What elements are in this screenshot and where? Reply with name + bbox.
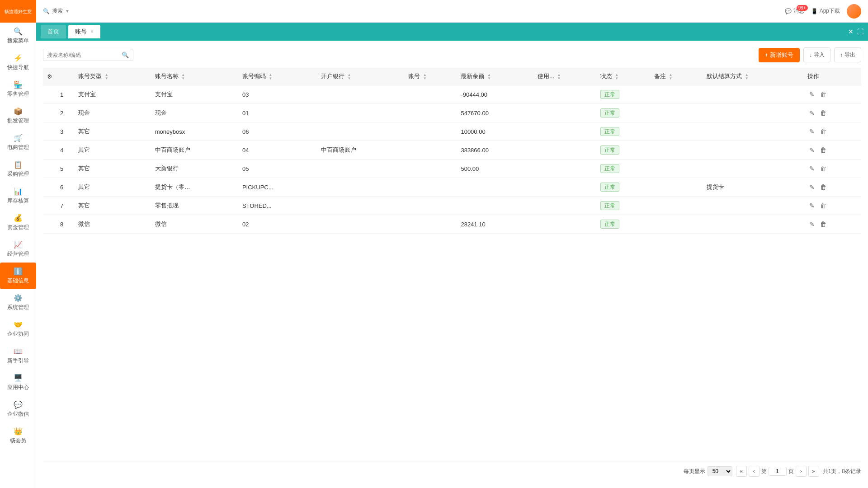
tab-home[interactable]: 首页 <box>41 25 66 38</box>
delete-button[interactable]: 🗑 <box>818 183 828 192</box>
col-header-account[interactable]: 账号 ▲▼ <box>405 68 457 85</box>
cell-default-settlement <box>703 85 804 104</box>
topbar-app-download[interactable]: 📱 App下载 <box>811 7 840 15</box>
sidebar-item-retail-mgmt[interactable]: 🏪 零售管理 <box>0 76 36 103</box>
edit-button[interactable]: ✎ <box>807 164 816 173</box>
cell-actions: ✎ 🗑 <box>804 104 861 122</box>
cell-balance: 10000.00 <box>457 122 534 141</box>
page-number: 第 页 <box>761 467 794 476</box>
sidebar-item-system-mgmt[interactable]: ⚙️ 系统管理 <box>0 289 36 316</box>
cell-status: 正常 <box>597 122 651 141</box>
message-icon: 💬 <box>785 8 792 14</box>
toolbar: 🔍 + 新增账号 ↓ 导入 ↑ 导出 <box>43 47 861 62</box>
cell-account <box>405 160 457 178</box>
cell-settings <box>43 160 57 178</box>
cell-num: 4 <box>57 141 75 160</box>
col-header-default-settlement[interactable]: 默认结算方式 ▲▼ <box>703 68 804 85</box>
sidebar-item-member[interactable]: 👑 畅会员 <box>0 422 36 449</box>
add-account-button[interactable]: + 新增账号 <box>759 48 800 62</box>
sidebar-item-label: 企业微信 <box>2 410 34 418</box>
sidebar-item-newbie-guide[interactable]: 📖 新手引导 <box>0 343 36 369</box>
delete-button[interactable]: 🗑 <box>818 220 828 229</box>
sidebar-item-enterprise-agreement[interactable]: 🤝 企业协同 <box>0 316 36 343</box>
edit-button[interactable]: ✎ <box>807 220 816 229</box>
quick-nav-icon: ⚡ <box>2 54 34 62</box>
edit-button[interactable]: ✎ <box>807 127 816 136</box>
cell-type: 微信 <box>75 215 151 234</box>
operations-mgmt-icon: 📈 <box>2 240 34 249</box>
status-badge: 正常 <box>600 164 619 173</box>
next-page-button[interactable]: › <box>796 466 807 477</box>
edit-button[interactable]: ✎ <box>807 183 816 192</box>
page-navigation: « ‹ 第 页 › » <box>736 466 819 477</box>
status-badge: 正常 <box>600 220 619 229</box>
col-header-bank[interactable]: 开户银行 ▲▼ <box>317 68 405 85</box>
tab-account[interactable]: 账号 × <box>68 25 100 38</box>
edit-button[interactable]: ✎ <box>807 108 816 117</box>
cell-bank <box>317 215 405 234</box>
export-button[interactable]: ↑ 导出 <box>834 47 861 62</box>
sidebar-item-wholesale-mgmt[interactable]: 📦 批发管理 <box>0 103 36 129</box>
search-input[interactable] <box>47 52 119 58</box>
delete-button[interactable]: 🗑 <box>818 108 828 117</box>
tab-close-window-btn[interactable]: ✕ <box>848 28 854 35</box>
col-header-name[interactable]: 账号名称 ▲▼ <box>151 68 239 85</box>
cell-usage <box>534 141 597 160</box>
cell-usage <box>534 122 597 141</box>
tab-close-icon[interactable]: × <box>90 28 94 35</box>
app-download-label: App下载 <box>820 7 840 15</box>
search-box[interactable]: 🔍 <box>43 49 133 61</box>
prev-page-button[interactable]: ‹ <box>749 466 760 477</box>
sidebar-item-ecommerce-mgmt[interactable]: 🛒 电商管理 <box>0 129 36 156</box>
sort-icon-type: ▲▼ <box>105 73 108 80</box>
sidebar-item-operations-mgmt[interactable]: 📈 经营管理 <box>0 236 36 263</box>
toolbar-left: 🔍 <box>43 49 133 61</box>
import-button[interactable]: ↓ 导入 <box>803 47 830 62</box>
topbar-search[interactable]: 🔍 搜索 ▼ <box>43 7 70 15</box>
delete-button[interactable]: 🗑 <box>818 90 828 99</box>
col-header-usage[interactable]: 使用... ▲▼ <box>534 68 597 85</box>
delete-button[interactable]: 🗑 <box>818 127 828 136</box>
col-header-notes[interactable]: 备注 ▲▼ <box>651 68 703 85</box>
app-center-icon: 🖥️ <box>2 374 34 382</box>
col-header-balance[interactable]: 最新余额 ▲▼ <box>457 68 534 85</box>
sidebar-item-label: 采购管理 <box>2 170 34 178</box>
cell-name: 提货卡（零… <box>151 178 239 197</box>
sidebar: 畅捷通好生意 🔍 搜索菜单 ⚡ 快捷导航 🏪 零售管理 📦 批发管理 🛒 电商管… <box>0 0 36 488</box>
col-header-settings[interactable]: ⚙ <box>43 68 57 85</box>
page-input[interactable] <box>769 467 787 476</box>
ecommerce-mgmt-icon: 🛒 <box>2 134 34 142</box>
sidebar-item-enterprise-wechat[interactable]: 💬 企业微信 <box>0 396 36 422</box>
sort-icon-name: ▲▼ <box>181 73 185 80</box>
col-header-type[interactable]: 账号类型 ▲▼ <box>75 68 151 85</box>
edit-button[interactable]: ✎ <box>807 201 816 210</box>
edit-button[interactable]: ✎ <box>807 145 816 155</box>
first-page-button[interactable]: « <box>736 466 747 477</box>
col-header-code[interactable]: 账号编码 ▲▼ <box>239 68 317 85</box>
sidebar-item-basic-info[interactable]: ℹ️ 基础信息 <box>0 263 36 289</box>
last-page-button[interactable]: » <box>808 466 819 477</box>
sidebar-item-quick-nav[interactable]: ⚡ 快捷导航 <box>0 49 36 76</box>
page-size-select[interactable]: 50 20 100 <box>708 466 732 476</box>
delete-button[interactable]: 🗑 <box>818 164 828 173</box>
sidebar-item-inventory[interactable]: 📊 库存核算 <box>0 183 36 209</box>
cell-settings <box>43 197 57 215</box>
sidebar-item-purchase-mgmt[interactable]: 📋 采购管理 <box>0 156 36 183</box>
cell-type: 其它 <box>75 178 151 197</box>
edit-button[interactable]: ✎ <box>807 90 816 99</box>
cell-status: 正常 <box>597 141 651 160</box>
delete-button[interactable]: 🗑 <box>818 201 828 210</box>
sidebar-item-app-center[interactable]: 🖥️ 应用中心 <box>0 369 36 396</box>
table-row: 4 其它 中百商场账户 04 中百商场账户 383866.00 正常 ✎ 🗑 <box>43 141 861 160</box>
topbar-message[interactable]: 💬 消息 99+ <box>785 7 804 15</box>
tabbar: 首页 账号 × ✕ ⛶ <box>36 23 868 41</box>
delete-button[interactable]: 🗑 <box>818 145 828 155</box>
col-header-status[interactable]: 状态 ▲▼ <box>597 68 651 85</box>
cell-code: 05 <box>239 160 317 178</box>
tab-maximize-btn[interactable]: ⛶ <box>857 28 863 35</box>
cell-name: 微信 <box>151 215 239 234</box>
sidebar-item-search-menu[interactable]: 🔍 搜索菜单 <box>0 23 36 49</box>
user-avatar[interactable] <box>847 4 861 19</box>
sidebar-item-capital-mgmt[interactable]: 💰 资金管理 <box>0 209 36 236</box>
status-badge: 正常 <box>600 201 619 210</box>
